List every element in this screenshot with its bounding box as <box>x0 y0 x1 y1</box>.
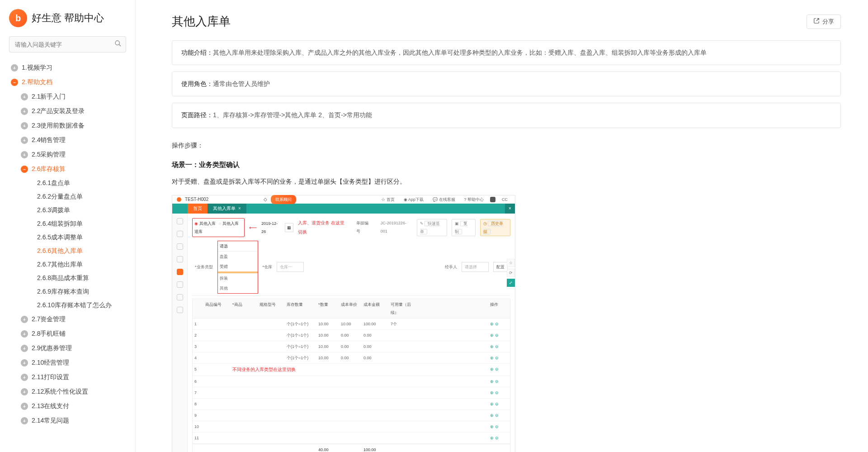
nav-tree: 1.视频学习 2.帮助文档 2.1新手入门 2.2产品安装及登录 2.3使用前数… <box>9 61 126 428</box>
shot-side-tools: ☆ ⟳ ⤢ <box>507 259 515 287</box>
nav-item-213[interactable]: 2.13在线支付 <box>19 399 126 414</box>
sidebar: b 好生意 帮助中心 1.视频学习 2.帮助文档 2.1新手入门 2.2产品安装… <box>0 0 136 452</box>
shot-tab-close: × <box>505 204 515 214</box>
share-icon <box>813 18 820 25</box>
shot-rail <box>172 214 188 452</box>
nav-item-263[interactable]: 2.6.3调拨单 <box>37 204 126 217</box>
info-path: 页面路径：1、库存核算->库存管理->其他入库单 2、首页->常用功能 <box>172 103 841 128</box>
share-button[interactable]: 分享 <box>807 14 841 29</box>
close-icon: × <box>238 204 241 213</box>
rail-icon <box>177 294 183 300</box>
shot-filter-row: *业务类型 请选 盘盈 受赠 拆装 其他 *仓库 仓库一 经手人 <box>192 239 510 296</box>
search-box <box>9 36 126 52</box>
rail-icon <box>177 231 183 237</box>
shot-btn-quick: ✎ 快速造单 <box>417 219 448 236</box>
shot-doc-label: 单据编号 <box>354 219 373 236</box>
rail-icon <box>177 307 183 313</box>
shot-consult-button: 联系顾问 <box>271 195 296 204</box>
shot-username: CC <box>499 195 510 204</box>
nav-item-24[interactable]: 2.4销售管理 <box>19 133 126 147</box>
svg-point-0 <box>115 41 119 45</box>
shot-btn-copy: ▣ 复制 <box>452 219 475 236</box>
shot-link-app: ◉ App下载 <box>401 195 426 204</box>
nav-item-29[interactable]: 2.9优惠券管理 <box>19 341 126 356</box>
shot-date: 2019-12-26 <box>261 219 280 236</box>
side-tool-icon: ☆ <box>507 259 515 267</box>
nav-item-269[interactable]: 2.6.9库存账本查询 <box>37 285 126 299</box>
brand-logo: b <box>9 9 27 27</box>
shot-badge: ◇ <box>264 195 267 204</box>
info-path-label: 页面路径： <box>181 111 213 119</box>
nav-item-268[interactable]: 2.6.8商品成本重算 <box>37 271 126 285</box>
info-role-text: 通常由仓管人员维护 <box>213 80 270 87</box>
nav-item-27[interactable]: 2.7资金管理 <box>19 312 126 327</box>
svg-line-1 <box>119 44 121 46</box>
nav-item-26[interactable]: 2.6库存核算 <box>19 162 126 176</box>
info-function-text: 其他入库单用来处理除采购入库、产成品入库之外的其他入库业务，因此其他入库单可处理… <box>213 49 707 56</box>
shot-red-note-1: 入库、退货业务 在这里切换 <box>298 219 349 237</box>
shot-link-service: 💬 在线客服 <box>430 195 458 204</box>
main-content: 其他入库单 分享 功能介绍：其他入库单用来处理除采购入库、产成品入库之外的其他入… <box>136 0 868 452</box>
shot-btn-history: ◷ 历史单据 <box>480 219 511 236</box>
scene1-title: 场景一：业务类型确认 <box>172 158 841 171</box>
shot-avatar-icon <box>490 197 495 202</box>
search-icon[interactable] <box>114 40 122 49</box>
shot-tab-home: 首页 <box>188 204 208 214</box>
nav-item-261[interactable]: 2.6.1盘点单 <box>37 176 126 190</box>
rail-icon <box>177 218 183 224</box>
shot-radio-group: ◉ 其他入库 ○ 其他入库退库 <box>192 218 245 237</box>
nav-item-22[interactable]: 2.2产品安装及登录 <box>19 104 126 119</box>
info-role: 使用角色：通常由仓管人员维护 <box>172 71 841 96</box>
shot-link-help: ? 帮助中心 <box>462 195 487 204</box>
nav-item-210[interactable]: 2.10经营管理 <box>19 356 126 370</box>
rail-icon <box>177 256 183 262</box>
info-function: 功能介绍：其他入库单用来处理除采购入库、产成品入库之外的其他入库业务，因此其他入… <box>172 40 841 65</box>
nav-item-docs[interactable]: 2.帮助文档 <box>9 75 126 90</box>
red-arrow-icon: ⟵ <box>249 222 257 233</box>
nav-item-267[interactable]: 2.6.7其他出库单 <box>37 258 126 271</box>
search-input[interactable] <box>9 36 126 52</box>
calendar-icon: ▦ <box>285 223 293 232</box>
shot-link-home: ☆ 首页 <box>378 195 397 204</box>
rail-icon <box>177 281 183 288</box>
info-role-label: 使用角色： <box>181 80 213 87</box>
screenshot-1: TEST-H002 ◇ 联系顾问 ☆ 首页 ◉ App下载 💬 在线客服 ? 帮… <box>172 195 515 452</box>
nav-item-264[interactable]: 2.6.4组装拆卸单 <box>37 217 126 231</box>
shot-account: TEST-H002 <box>185 195 260 204</box>
shot-tab-current: 其他入库单× <box>208 204 246 214</box>
share-label: 分享 <box>822 18 834 26</box>
steps-heading: 操作步骤： <box>172 139 841 152</box>
shot-tabbar: 首页 其他入库单× × <box>172 204 515 214</box>
info-function-label: 功能介绍： <box>181 49 213 56</box>
shot-doc-no: JC-20191226-001 <box>378 219 412 236</box>
rail-icon-active <box>177 269 183 275</box>
nav-item-21[interactable]: 2.1新手入门 <box>19 90 126 104</box>
nav-item-214[interactable]: 2.14常见问题 <box>19 414 126 428</box>
shot-red-note-2: 不同业务的入库类型在这里切换 <box>232 365 363 374</box>
page-title: 其他入库单 <box>172 14 231 29</box>
nav-item-2610[interactable]: 2.6.10库存账本错了怎么办 <box>37 299 126 312</box>
nav-item-262[interactable]: 2.6.2分量盘点单 <box>37 190 126 204</box>
nav-item-266[interactable]: 2.6.6其他入库单 <box>37 244 126 258</box>
shot-grid: 商品编号*商品规格型号库存数量*数量成本单价成本金额可用量（后续）操作 1个(1… <box>192 299 510 452</box>
info-path-text: 1、库存核算->库存管理->其他入库单 2、首页->常用功能 <box>213 111 372 119</box>
shot-logo-icon <box>177 197 181 202</box>
side-tool-icon-active: ⤢ <box>507 279 515 287</box>
shot-topbar: TEST-H002 ◇ 联系顾问 ☆ 首页 ◉ App下载 💬 在线客服 ? 帮… <box>172 195 515 204</box>
nav-item-28[interactable]: 2.8手机旺铺 <box>19 327 126 341</box>
brand-text: 好生意 帮助中心 <box>32 11 104 25</box>
nav-item-25[interactable]: 2.5采购管理 <box>19 147 126 162</box>
nav-item-212[interactable]: 2.12系统个性化设置 <box>19 385 126 399</box>
nav-item-video[interactable]: 1.视频学习 <box>9 61 126 75</box>
nav-item-265[interactable]: 2.6.5成本调整单 <box>37 231 126 244</box>
shot-combo-biztype: 请选 盘盈 受赠 拆装 其他 <box>217 241 258 294</box>
nav-item-23[interactable]: 2.3使用前数据准备 <box>19 119 126 133</box>
side-tool-icon: ⟳ <box>507 269 515 277</box>
nav-item-211[interactable]: 2.11打印设置 <box>19 370 126 385</box>
brand-row: b 好生意 帮助中心 <box>9 9 126 27</box>
rail-icon <box>177 243 183 250</box>
scene1-text: 对于受赠、盘盈或是拆装入库等不同的业务，是通过单据头【业务类型】进行区分。 <box>172 175 841 188</box>
